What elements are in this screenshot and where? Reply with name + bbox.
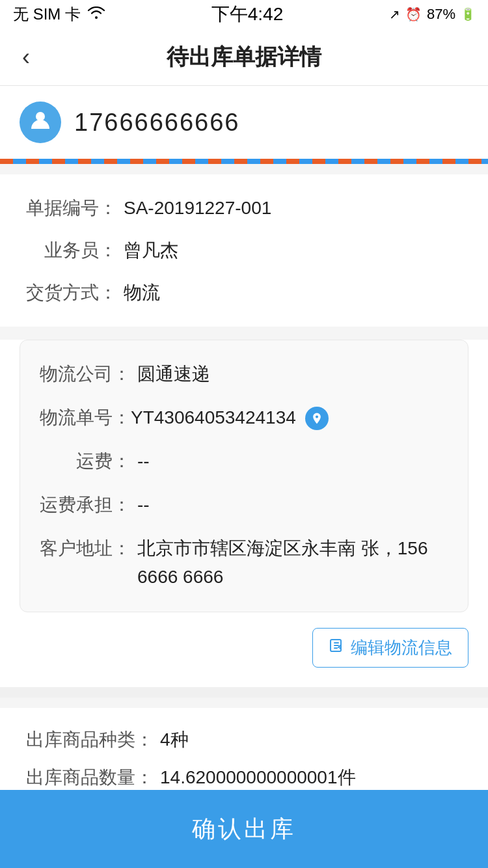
edit-logistics-label: 编辑物流信息 bbox=[351, 636, 452, 659]
section-separator-1 bbox=[0, 687, 488, 698]
status-left: 无 SIM 卡 bbox=[13, 4, 105, 25]
tracking-label: 物流单号： bbox=[40, 403, 131, 433]
dashed-divider bbox=[0, 159, 488, 164]
confirm-button-text: 确认出库 bbox=[192, 813, 296, 845]
alarm-icon: ⏰ bbox=[405, 7, 422, 22]
logistics-company-row: 物流公司： 圆通速递 bbox=[40, 360, 448, 389]
order-no-row: 单据编号： SA-20191227-001 bbox=[26, 194, 462, 223]
location-arrow-icon: ↗ bbox=[389, 7, 400, 22]
edit-icon bbox=[329, 638, 344, 658]
delivery-row: 交货方式： 物流 bbox=[26, 278, 462, 308]
salesman-label: 业务员： bbox=[26, 236, 117, 265]
address-label: 客户地址： bbox=[40, 534, 131, 563]
goods-quantity-label: 出库商品数量： bbox=[26, 765, 154, 790]
user-icon bbox=[29, 108, 52, 137]
wifi-icon bbox=[87, 5, 105, 23]
edit-logistics-area: 编辑物流信息 bbox=[0, 612, 488, 687]
freight-row: 运费： -- bbox=[40, 447, 448, 476]
order-info-section: 单据编号： SA-20191227-001 业务员： 曾凡杰 交货方式： 物流 bbox=[0, 174, 488, 327]
salesman-row: 业务员： 曾凡杰 bbox=[26, 236, 462, 265]
salesman-value: 曾凡杰 bbox=[124, 236, 462, 265]
avatar bbox=[20, 102, 61, 143]
logistics-company-value: 圆通速递 bbox=[137, 360, 448, 389]
back-button[interactable]: ‹ bbox=[16, 37, 36, 77]
goods-quantity-value: 14.620000000000001件 bbox=[160, 765, 462, 790]
tracking-location-icon[interactable] bbox=[305, 407, 329, 430]
battery-text: 87% bbox=[427, 6, 455, 23]
nav-bar: ‹ 待出库单据详情 bbox=[0, 29, 488, 86]
freight-bearer-label: 运费承担： bbox=[40, 491, 131, 520]
tracking-value-row: YT43064053424134 bbox=[131, 403, 329, 433]
customer-header: 17666666666 bbox=[0, 86, 488, 159]
logistics-container: 物流公司： 圆通速递 物流单号： YT43064053424134 运费： --… bbox=[0, 340, 488, 687]
goods-types-value: 4种 bbox=[160, 727, 462, 752]
status-right: ↗ ⏰ 87% 🔋 bbox=[389, 6, 475, 23]
tracking-row: 物流单号： YT43064053424134 bbox=[40, 403, 448, 433]
goods-quantity-row: 出库商品数量： 14.620000000000001件 bbox=[26, 765, 462, 790]
delivery-value: 物流 bbox=[124, 278, 462, 308]
delivery-label: 交货方式： bbox=[26, 278, 117, 308]
tracking-no-value: YT43064053424134 bbox=[131, 403, 296, 433]
customer-phone: 17666666666 bbox=[74, 109, 239, 137]
freight-label: 运费： bbox=[40, 447, 131, 476]
page-title: 待出库单据详情 bbox=[167, 42, 321, 72]
address-row: 客户地址： 北京市市辖区海淀区永丰南 张，156 6666 6666 bbox=[40, 534, 448, 593]
freight-value: -- bbox=[137, 447, 448, 476]
confirm-bar[interactable]: 确认出库 bbox=[0, 790, 488, 868]
battery-icon: 🔋 bbox=[461, 7, 475, 21]
edit-logistics-button[interactable]: 编辑物流信息 bbox=[312, 628, 468, 668]
status-bar: 无 SIM 卡 下午4:42 ↗ ⏰ 87% 🔋 bbox=[0, 0, 488, 29]
carrier-text: 无 SIM 卡 bbox=[13, 4, 81, 25]
status-time: 下午4:42 bbox=[211, 2, 284, 27]
order-no-value: SA-20191227-001 bbox=[124, 194, 462, 223]
freight-bearer-row: 运费承担： -- bbox=[40, 491, 448, 520]
address-value: 北京市市辖区海淀区永丰南 张，156 6666 6666 bbox=[137, 534, 448, 593]
svg-point-0 bbox=[36, 112, 45, 121]
order-no-label: 单据编号： bbox=[26, 194, 117, 223]
logistics-card: 物流公司： 圆通速递 物流单号： YT43064053424134 运费： --… bbox=[20, 340, 468, 612]
goods-types-row: 出库商品种类： 4种 bbox=[26, 727, 462, 752]
logistics-company-label: 物流公司： bbox=[40, 360, 131, 389]
goods-types-label: 出库商品种类： bbox=[26, 727, 154, 752]
freight-bearer-value: -- bbox=[137, 491, 448, 520]
